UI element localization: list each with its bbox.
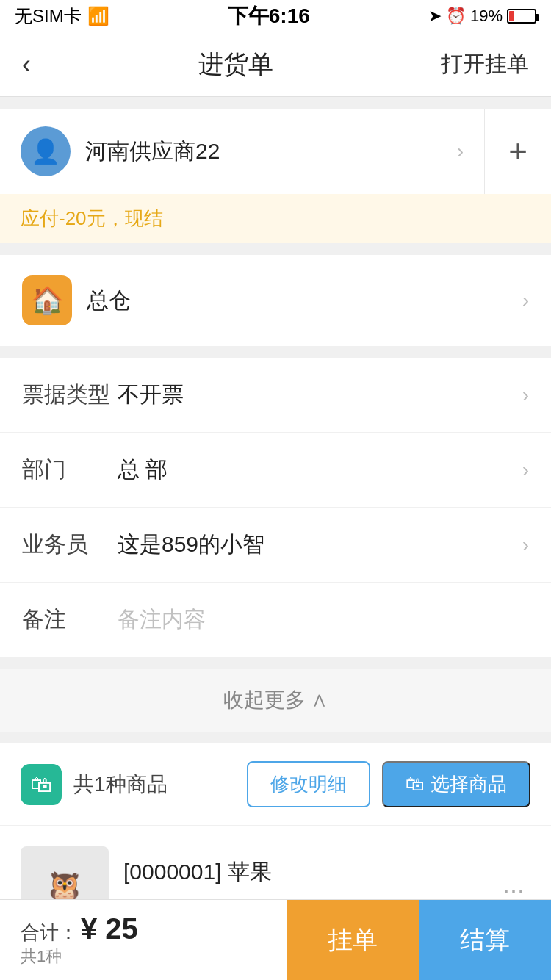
total-count: 共1种 (21, 945, 266, 968)
invoice-row[interactable]: 票据类型 不开票 › (0, 358, 551, 433)
salesman-label: 业务员 (22, 530, 118, 560)
salesman-row[interactable]: 业务员 这是859的小智 › (0, 508, 551, 583)
warehouse-row[interactable]: 🏠 总仓 › (0, 255, 551, 346)
alarm-icon: ⏰ (446, 7, 466, 26)
select-product-label: 选择商品 (431, 771, 507, 797)
total-amount: ¥ 25 (81, 912, 138, 945)
product-title: 苹果 (228, 860, 272, 884)
warehouse-icon-wrap: 🏠 (22, 275, 72, 325)
products-icon-wrap: 🛍 (21, 764, 62, 805)
product-code: [0000001] (123, 860, 221, 884)
chevron-right-icon: › (522, 533, 529, 557)
back-button[interactable]: ‹ (22, 49, 31, 80)
chevron-right-icon: › (522, 383, 529, 407)
page-title: 进货单 (198, 48, 273, 82)
select-product-icon: 🛍 (406, 773, 425, 796)
status-time: 下午6:16 (228, 2, 310, 30)
supplier-selector[interactable]: 👤 河南供应商22 › (0, 109, 485, 194)
open-pending-button[interactable]: 打开挂单 (441, 49, 529, 79)
battery-percent: 19% (470, 7, 503, 26)
total-section: 合计： ¥ 25 共1种 (0, 900, 287, 980)
notice-bar: 应付-20元，现结 (0, 194, 551, 243)
salesman-value: 这是859的小智 (118, 530, 522, 560)
products-count: 共1种商品 (73, 771, 235, 799)
remark-row[interactable]: 备注 备注内容 (0, 583, 551, 657)
invoice-value: 不开票 (118, 380, 522, 410)
add-supplier-button[interactable]: + (485, 109, 551, 194)
remark-input[interactable]: 备注内容 (118, 605, 529, 635)
chevron-right-icon: › (522, 458, 529, 482)
total-label: 合计： (21, 920, 78, 945)
form-section: 票据类型 不开票 › 部门 总 部 › 业务员 这是859的小智 › 备注 备注… (0, 358, 551, 657)
battery-icon (507, 9, 536, 24)
main-content: 👤 河南供应商22 › + 应付-20元，现结 🏠 总仓 › 票据类型 不开票 … (0, 97, 551, 980)
bottom-bar: 合计： ¥ 25 共1种 挂单 结算 (0, 899, 551, 980)
settle-button[interactable]: 结算 (419, 900, 551, 980)
hang-order-button[interactable]: 挂单 (287, 900, 419, 980)
status-right: ➤ ⏰ 19% (428, 7, 536, 26)
location-icon: ➤ (428, 7, 442, 26)
network-label: 无SIM卡 (15, 4, 82, 28)
status-left: 无SIM卡 📶 (15, 4, 109, 28)
supplier-avatar: 👤 (21, 126, 71, 176)
remark-label: 备注 (22, 605, 118, 635)
cart-icon: 🛍 (30, 772, 52, 797)
nav-bar: ‹ 进货单 打开挂单 (0, 32, 551, 97)
invoice-label: 票据类型 (22, 380, 118, 410)
status-bar: 无SIM卡 📶 下午6:16 ➤ ⏰ 19% (0, 0, 551, 32)
products-header: 🛍 共1种商品 修改明细 🛍 选择商品 (0, 743, 551, 826)
warehouse-icon: 🏠 (31, 285, 64, 316)
supplier-name: 河南供应商22 (85, 137, 442, 167)
edit-detail-button[interactable]: 修改明细 (247, 761, 370, 807)
avatar-icon: 👤 (31, 137, 60, 165)
chevron-right-icon: › (457, 140, 464, 163)
dept-label: 部门 (22, 455, 118, 485)
product-name: [0000001] 苹果 (123, 857, 482, 887)
warehouse-name: 总仓 (87, 286, 508, 316)
dept-row[interactable]: 部门 总 部 › (0, 433, 551, 508)
select-product-button[interactable]: 🛍 选择商品 (382, 761, 530, 807)
chevron-right-icon: › (522, 289, 529, 312)
dept-value: 总 部 (118, 455, 522, 485)
wifi-icon: 📶 (87, 6, 109, 26)
collapse-button[interactable]: 收起更多 ∧ (0, 669, 551, 732)
warehouse-section: 🏠 总仓 › (0, 255, 551, 346)
supplier-section: 👤 河南供应商22 › + (0, 109, 551, 194)
